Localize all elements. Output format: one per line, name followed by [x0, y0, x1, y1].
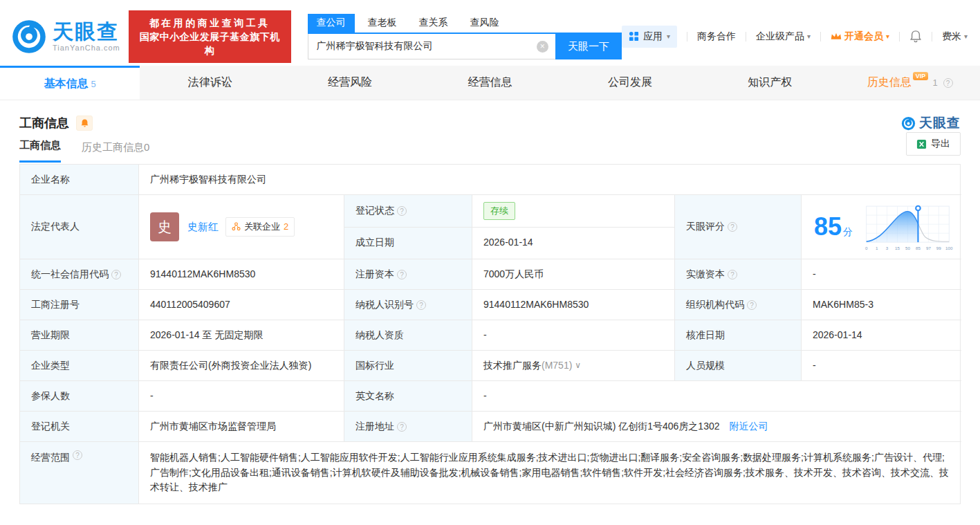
field-label-establish-date: 成立日期 [344, 228, 472, 260]
username-label: 费米 [942, 30, 961, 43]
org-code: MAK6HM85-3 [813, 297, 873, 313]
reg-authority: 广州市黄埔区市场监督管理局 [150, 419, 276, 434]
label-text: 核准日期 [686, 328, 725, 343]
field-label-business-term: 营业期限 [20, 320, 139, 351]
tab-basic-info[interactable]: 基本信息 5 [0, 66, 140, 100]
score-unit: 分 [843, 225, 853, 240]
tab-company-development[interactable]: 公司发展 [560, 66, 700, 100]
establish-date: 2026-01-14 [483, 235, 533, 250]
help-icon[interactable]: ? [416, 300, 426, 310]
notification-bell-icon[interactable] [909, 30, 922, 43]
field-value-staff-size: - [802, 351, 961, 381]
cooperation-label: 商务合作 [697, 30, 736, 43]
tab-label: 知识产权 [748, 75, 792, 90]
reg-capital: 7000万人民币 [483, 267, 544, 282]
field-label-reg-capital: 注册资本 ? [344, 259, 472, 290]
help-icon[interactable]: ? [728, 222, 737, 232]
paid-capital: - [813, 267, 816, 282]
caret-down-icon: ▾ [807, 33, 811, 40]
monitor-bell-button[interactable] [76, 116, 93, 131]
help-icon[interactable]: ? [747, 300, 757, 310]
svg-text:50: 50 [905, 246, 910, 250]
help-icon[interactable]: ? [397, 270, 407, 279]
field-value-business-term: 2026-01-14 至 无固定期限 [139, 320, 344, 351]
company-name: 广州稀宇极智科技有限公司 [150, 172, 266, 187]
open-vip-label: 开通会员 [844, 30, 883, 43]
field-value-approval-date: 2026-01-14 [802, 320, 961, 351]
search-tab-company[interactable]: 查公司 [308, 14, 355, 33]
field-label-legal-rep: 法定代表人 [20, 195, 139, 259]
field-value-reg-status: 存续 [472, 195, 675, 228]
label-text: 成立日期 [355, 235, 394, 250]
english-name: - [483, 389, 487, 404]
caret-down-icon: ▾ [667, 33, 670, 40]
field-value-insured-count: - [139, 381, 344, 412]
section-header: 工商信息 天眼查 [0, 100, 980, 135]
tab-intellectual-property[interactable]: 知识产权 [700, 66, 840, 100]
search-tab-risk[interactable]: 查风险 [461, 14, 508, 33]
legal-rep-avatar[interactable]: 史 [150, 212, 179, 241]
menu-user-account[interactable]: 费米 ▾ [942, 30, 968, 43]
subtab-business-info[interactable]: 工商信息 [19, 139, 61, 163]
label-text: 天眼评分 [686, 219, 725, 234]
svg-text:99: 99 [936, 246, 941, 250]
svg-text:85: 85 [916, 246, 921, 250]
related-label: 关联企业 [244, 220, 280, 234]
svg-text:3: 3 [886, 246, 889, 250]
label-text: 经营范围 [31, 450, 70, 466]
chevron-down-icon[interactable]: ∨ [575, 359, 581, 372]
field-value-reg-address: 广州市黄埔区(中新广州知识城) 亿创街1号406房之1302 附近公司 [472, 412, 961, 442]
apps-menu[interactable]: 应用 ▾ [622, 26, 677, 48]
industry-code: (M751) [542, 358, 572, 374]
tianyancha-eye-icon [901, 116, 916, 131]
help-icon[interactable]: ? [397, 422, 407, 432]
help-icon[interactable]: ? [73, 450, 82, 460]
help-icon[interactable]: ? [728, 270, 737, 279]
nearby-companies-link[interactable]: 附近公司 [730, 419, 768, 434]
label-text: 纳税人资质 [355, 328, 404, 343]
menu-divider [746, 32, 746, 42]
banner-line2: 国家中小企业发展子基金旗下机构 [136, 30, 284, 57]
field-value-taxpayer-id: 91440112MAK6HM8530 [472, 290, 675, 320]
field-label-paid-capital: 实缴资本 ? [675, 259, 802, 290]
search-tab-relation[interactable]: 查关系 [410, 14, 457, 33]
field-label-business-scope: 经营范围 ? [20, 442, 139, 504]
taxpayer-qualification: - [483, 328, 487, 343]
tab-history-info[interactable]: 历史信息 VIP 1 ? [840, 66, 980, 100]
svg-text:1: 1 [876, 246, 878, 250]
label-text: 组织机构代码 [686, 297, 744, 313]
related-companies-badge[interactable]: 关联企业 2 [225, 217, 295, 237]
field-label-score: 天眼评分 ? [675, 195, 802, 259]
field-value-org-code: MAK6HM85-3 [802, 290, 961, 320]
help-icon[interactable]: ? [111, 270, 121, 279]
help-icon[interactable]: ? [397, 206, 407, 216]
label-text: 注册资本 [355, 267, 394, 282]
tab-label: 经营信息 [468, 75, 512, 90]
menu-cooperation[interactable]: 商务合作 [697, 30, 736, 43]
company-type: 有限责任公司(外商投资企业法人独资) [150, 358, 311, 374]
tianyancha-logo[interactable]: 天眼查 TianYanCha.com [11, 19, 120, 55]
search-tab-boss[interactable]: 查老板 [359, 14, 406, 33]
clear-search-icon[interactable]: × [537, 41, 548, 53]
field-label-reg-address: 注册地址 ? [344, 412, 472, 442]
tab-operation-risk[interactable]: 经营风险 [280, 66, 420, 100]
legal-rep-name-link[interactable]: 史新红 [187, 219, 219, 234]
field-value-taxpayer-qualification: - [472, 320, 675, 351]
search-input[interactable] [308, 34, 555, 59]
tab-label: 公司发展 [608, 75, 652, 90]
field-label-reg-authority: 登记机关 [20, 412, 139, 442]
export-button[interactable]: 导出 [906, 132, 961, 156]
tab-legal-proceedings[interactable]: 法律诉讼 [140, 66, 279, 100]
label-text: 参保人数 [31, 389, 70, 404]
header-menu: 应用 ▾ 商务合作 企业级产品 ▾ 开通会员 ▾ 费米 ▾ [622, 26, 968, 48]
tab-operation-info[interactable]: 经营信息 [420, 66, 560, 100]
menu-open-vip[interactable]: 开通会员 ▾ [831, 30, 889, 43]
help-icon[interactable]: ? [943, 78, 953, 88]
menu-enterprise-products[interactable]: 企业级产品 ▾ [756, 30, 811, 43]
staff-size: - [813, 358, 816, 374]
caret-down-icon: ▾ [886, 33, 889, 40]
subtab-history-business-info[interactable]: 历史工商信息0 [82, 141, 149, 163]
field-label-taxpayer-qualification: 纳税人资质 [344, 320, 472, 351]
taxpayer-id: 91440112MAK6HM8530 [483, 297, 589, 313]
search-button[interactable]: 天眼一下 [555, 34, 622, 59]
